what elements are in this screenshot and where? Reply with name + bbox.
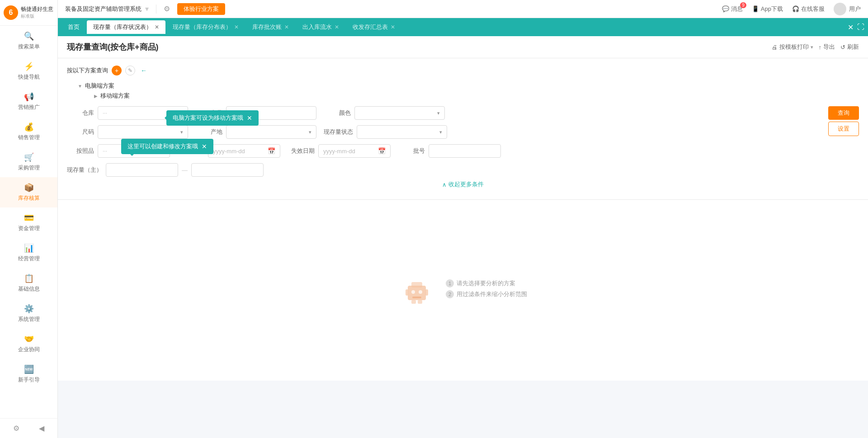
stock-main-field: 现存量（主） — [67, 163, 264, 177]
sidebar-item-label: 基础信息 [18, 285, 40, 293]
user-name: 用户 [849, 5, 861, 13]
sidebar-item-label: 新手引导 [18, 376, 40, 384]
stock-status-label: 现存量状态 [324, 128, 353, 136]
calendar-icon[interactable]: 📅 [268, 147, 275, 155]
app-label: App下载 [761, 5, 783, 13]
sidebar-item-basic[interactable]: 📋 基础信息 [0, 268, 57, 298]
user-avatar [834, 3, 846, 15]
refresh-icon: ↺ [840, 44, 845, 51]
svg-rect-8 [418, 300, 422, 304]
online-service-button[interactable]: 🎧 在线客服 [792, 5, 825, 13]
dropdown-icon: ▾ [437, 110, 440, 116]
tab-close-icon[interactable]: ✕ [284, 24, 289, 30]
service-label: 在线客服 [801, 5, 825, 13]
batch-label: 批号 [398, 147, 425, 155]
print-button[interactable]: 🖨 按模板打印 ▾ [772, 43, 813, 51]
scheme-item-pc[interactable]: ▼ 电脑端方案 [67, 81, 859, 91]
export-icon: ↑ [819, 44, 822, 51]
batch-input[interactable] [429, 144, 501, 158]
settings-bottom-icon[interactable]: ⚙ [13, 424, 19, 433]
topbar-settings-icon[interactable]: ⚙ [164, 5, 170, 13]
tabbar: 首页 现存量（库存状况表） ✕ 现存量（库存分布表） ✕ 库存批次账 ✕ 出入库… [58, 18, 868, 36]
expand-icon: ▶ [94, 94, 98, 99]
page-title: 现存量查询(按仓库+商品) [67, 42, 159, 52]
filter-row-4: 现存量（主） — [67, 163, 823, 177]
prod-date-input[interactable]: yyyy-mm-dd 📅 [208, 144, 280, 158]
tabbar-fullscreen-icon[interactable]: ⛶ [857, 23, 864, 32]
stock-main-min[interactable] [106, 163, 178, 177]
expire-date-placeholder: yyyy-mm-dd [323, 148, 355, 155]
user-menu-button[interactable]: 用户 [834, 3, 861, 15]
edit-scheme-button[interactable]: ✎ [125, 66, 135, 75]
tab-close-icon[interactable]: ✕ [155, 24, 159, 30]
tab-recv-summary[interactable]: 收发存汇总表 ✕ [346, 20, 401, 34]
color-field: 颜色 ▾ [324, 106, 445, 120]
refresh-button[interactable]: ↺ 刷新 [840, 43, 859, 51]
trial-industry-button[interactable]: 体验行业方案 [177, 3, 225, 15]
tooltip-create-scheme: 这里可以创建和修改方案哦 ✕ [121, 139, 213, 154]
stock-status-select[interactable]: ▾ [357, 125, 447, 139]
origin-select[interactable]: ▾ [226, 125, 316, 139]
filter-header: 按以下方案查询 + ✎ ← [67, 66, 859, 75]
sidebar-item-system[interactable]: ⚙️ 系统管理 [0, 298, 57, 329]
scheme-mobile-label: 移动端方案 [100, 92, 130, 100]
tab-inventory-dist[interactable]: 现存量（库存分布表） ✕ [166, 20, 245, 34]
size-select[interactable]: ▾ [98, 125, 188, 139]
color-label: 颜色 [324, 109, 351, 117]
sidebar-item-guide[interactable]: 🆕 新手引导 [0, 359, 57, 389]
data-area: 1 请先选择要分析的方案 2 用过滤条件来缩小分析范围 [58, 200, 868, 381]
app-download-button[interactable]: 📱 App下载 [752, 5, 783, 13]
tabbar-close-icon[interactable]: ✕ [848, 23, 854, 32]
tab-close-icon[interactable]: ✕ [234, 24, 239, 30]
export-label: 导出 [823, 43, 835, 51]
calendar-icon[interactable]: 📅 [378, 147, 386, 155]
size-field: 尺码 ▾ [67, 125, 188, 139]
search-button[interactable]: 查询 [828, 106, 859, 120]
sidebar-item-purchase[interactable]: 🛒 采购管理 [0, 147, 57, 177]
hint-text-1: 请先选择要分析的方案 [457, 279, 515, 287]
sidebar-item-operations[interactable]: 📊 经营管理 [0, 238, 57, 268]
sidebar-item-search[interactable]: 🔍 搜索菜单 [0, 26, 57, 56]
color-select[interactable]: ▾ [354, 106, 445, 120]
empty-state: 1 请先选择要分析的方案 2 用过滤条件来缩小分析范围 [399, 272, 527, 308]
tab-home[interactable]: 首页 [61, 20, 86, 34]
sidebar-item-quicknav[interactable]: ⚡ 快捷导航 [0, 56, 57, 86]
sidebar-item-sales[interactable]: 💰 销售管理 [0, 117, 57, 147]
export-button[interactable]: ↑ 导出 [819, 43, 835, 51]
filter-area: 电脑方案可设为移动方案哦 ✕ 这里可以创建和修改方案哦 ✕ 按以下方案查询 + … [58, 58, 868, 200]
filter-action-buttons: 查询 设置 [828, 106, 859, 177]
back-button[interactable]: ← [139, 66, 149, 75]
hint-num-2: 2 [446, 290, 454, 298]
sidebar-item-label: 销售管理 [18, 134, 40, 141]
collapse-more-button[interactable]: ∧ 收起更多条件 [67, 177, 859, 192]
tab-inout-flow[interactable]: 出入库流水 ✕ [296, 20, 345, 34]
scheme-item-mobile[interactable]: ▶ 移动端方案 [67, 91, 859, 101]
tooltip-close-icon[interactable]: ✕ [247, 114, 252, 122]
empty-illustration [399, 272, 435, 308]
svg-rect-5 [406, 289, 408, 296]
tooltip2-close-icon[interactable]: ✕ [202, 143, 207, 150]
collapse-sidebar-icon[interactable]: ◀ [39, 424, 44, 433]
tab-inventory-status[interactable]: 现存量（库存状况表） ✕ [87, 20, 165, 34]
collapse-label: 收起更多条件 [448, 180, 484, 188]
tab-inventory-batch-label: 库存批次账 [252, 23, 282, 31]
sidebar-item-enterprise[interactable]: 🤝 企业协同 [0, 329, 57, 359]
stock-main-max[interactable] [191, 163, 264, 177]
tab-inventory-batch[interactable]: 库存批次账 ✕ [246, 20, 295, 34]
phone-icon: 📱 [752, 5, 759, 12]
sidebar-item-inventory[interactable]: 📦 库存核算 [0, 177, 57, 207]
tab-close-icon[interactable]: ✕ [335, 24, 339, 30]
logo-text-line2: 标准版 [21, 13, 53, 19]
message-button[interactable]: 💬 消息 9 [722, 5, 743, 13]
settings-button[interactable]: 设置 [828, 122, 859, 136]
tab-close-icon[interactable]: ✕ [391, 24, 395, 30]
sidebar-item-label: 营销推广 [18, 104, 40, 111]
card-icon: 💳 [24, 213, 34, 223]
hint-item-1: 1 请先选择要分析的方案 [446, 279, 527, 287]
add-scheme-button[interactable]: + [112, 66, 122, 75]
sidebar-item-finance[interactable]: 💳 资金管理 [0, 207, 57, 238]
sidebar-item-marketing[interactable]: 📢 营销推广 [0, 86, 57, 117]
expire-date-input[interactable]: yyyy-mm-dd 📅 [318, 144, 391, 158]
system-dropdown-icon[interactable]: ▾ [145, 5, 149, 13]
sidebar-item-label: 资金管理 [18, 225, 40, 232]
